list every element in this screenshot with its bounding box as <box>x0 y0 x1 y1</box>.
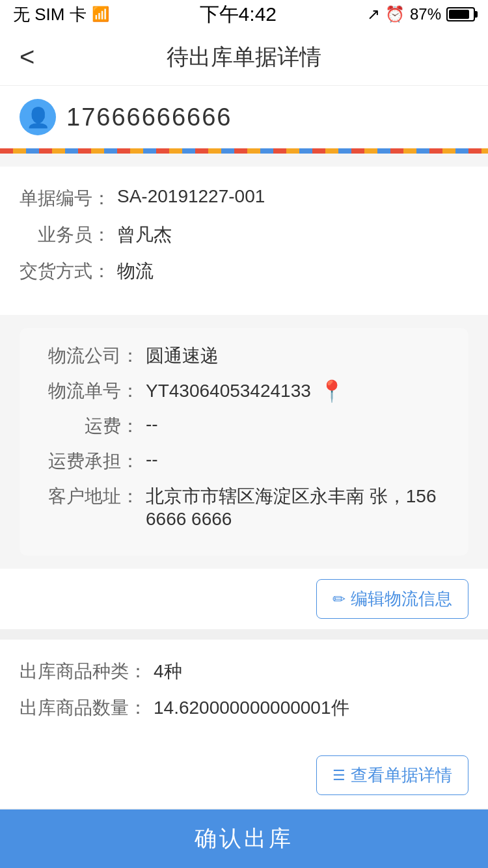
status-right: ↗ ⏰ 87% <box>367 5 475 23</box>
location-status-icon: ↗ <box>367 5 380 23</box>
confirm-btn-wrapper: 确认出库 <box>0 809 488 868</box>
alarm-icon: ⏰ <box>385 5 405 23</box>
logistics-address-row: 客户地址： 北京市市辖区海淀区永丰南 张，156 6666 6666 <box>35 484 453 530</box>
battery-fill <box>449 10 469 19</box>
logistics-card: 物流公司： 圆通速递 物流单号： YT43064053424133 📍 运费： … <box>20 328 468 556</box>
logistics-freightbearer-row: 运费承担： -- <box>35 449 453 474</box>
status-time: 下午4:42 <box>200 1 277 28</box>
logistics-freightbearer-value: -- <box>146 449 453 470</box>
staff-row: 业务员： 曾凡杰 <box>20 223 468 247</box>
goods-types-value: 4种 <box>154 659 468 684</box>
goods-quantity-value: 14.620000000000001件 <box>154 696 468 720</box>
tracking-location-icon[interactable]: 📍 <box>319 379 345 403</box>
logistics-tracking-row: 物流单号： YT43064053424133 📍 <box>35 379 453 403</box>
goods-quantity-label: 出库商品数量： <box>20 696 147 720</box>
edit-icon: ✏ <box>332 590 346 608</box>
delivery-value: 物流 <box>117 259 468 284</box>
order-number-label: 单据编号： <box>20 186 111 211</box>
logistics-tracking-value: YT43064053424133 📍 <box>146 379 453 403</box>
nav-bar: < 待出库单据详情 <box>0 29 488 86</box>
logistics-company-value: 圆通速递 <box>146 344 453 368</box>
status-bar: 无 SIM 卡 📶 下午4:42 ↗ ⏰ 87% <box>0 0 488 29</box>
logistics-tracking-label: 物流单号： <box>35 379 139 403</box>
user-phone: 17666666666 <box>66 103 232 131</box>
order-info-section: 单据编号： SA-20191227-001 业务员： 曾凡杰 交货方式： 物流 <box>0 167 488 315</box>
staff-value: 曾凡杰 <box>117 223 468 247</box>
confirm-button[interactable]: 确认出库 <box>0 809 488 868</box>
order-number-row: 单据编号： SA-20191227-001 <box>20 186 468 211</box>
avatar: 👤 <box>20 99 56 135</box>
avatar-icon: 👤 <box>26 106 50 129</box>
staff-label: 业务员： <box>20 223 111 247</box>
page-title: 待出库单据详情 <box>167 42 321 72</box>
edit-logistics-button[interactable]: ✏ 编辑物流信息 <box>316 579 468 619</box>
goods-types-row: 出库商品种类： 4种 <box>20 659 468 684</box>
gray-separator <box>0 629 488 640</box>
status-left: 无 SIM 卡 📶 <box>13 3 109 26</box>
logistics-company-row: 物流公司： 圆通速递 <box>35 344 453 368</box>
view-detail-button[interactable]: ☰ 查看单据详情 <box>316 755 468 795</box>
goods-types-label: 出库商品种类： <box>20 659 147 684</box>
battery-text: 87% <box>410 5 441 23</box>
back-button[interactable]: < <box>20 42 34 72</box>
order-number-value: SA-20191227-001 <box>117 186 468 207</box>
logistics-address-label: 客户地址： <box>35 484 139 509</box>
wifi-icon: 📶 <box>92 6 109 23</box>
delivery-row: 交货方式： 物流 <box>20 259 468 284</box>
view-detail-row: ☰ 查看单据详情 <box>0 745 488 808</box>
goods-quantity-row: 出库商品数量： 14.620000000000001件 <box>20 696 468 720</box>
dashed-divider <box>0 148 488 154</box>
logistics-company-label: 物流公司： <box>35 344 139 368</box>
logistics-freight-label: 运费： <box>35 414 139 439</box>
logistics-freightbearer-label: 运费承担： <box>35 449 139 474</box>
user-header: 👤 17666666666 <box>0 86 488 148</box>
delivery-label: 交货方式： <box>20 259 111 284</box>
logistics-freight-value: -- <box>146 414 453 435</box>
edit-btn-label: 编辑物流信息 <box>351 588 452 610</box>
view-detail-label: 查看单据详情 <box>351 764 452 787</box>
goods-section: 出库商品种类： 4种 出库商品数量： 14.620000000000001件 <box>0 640 488 745</box>
battery-bar <box>446 7 475 21</box>
edit-btn-row: ✏ 编辑物流信息 <box>0 569 488 629</box>
list-icon: ☰ <box>332 767 346 784</box>
carrier-text: 无 SIM 卡 <box>13 3 87 26</box>
logistics-address-value: 北京市市辖区海淀区永丰南 张，156 6666 6666 <box>146 484 453 530</box>
logistics-freight-row: 运费： -- <box>35 414 453 439</box>
